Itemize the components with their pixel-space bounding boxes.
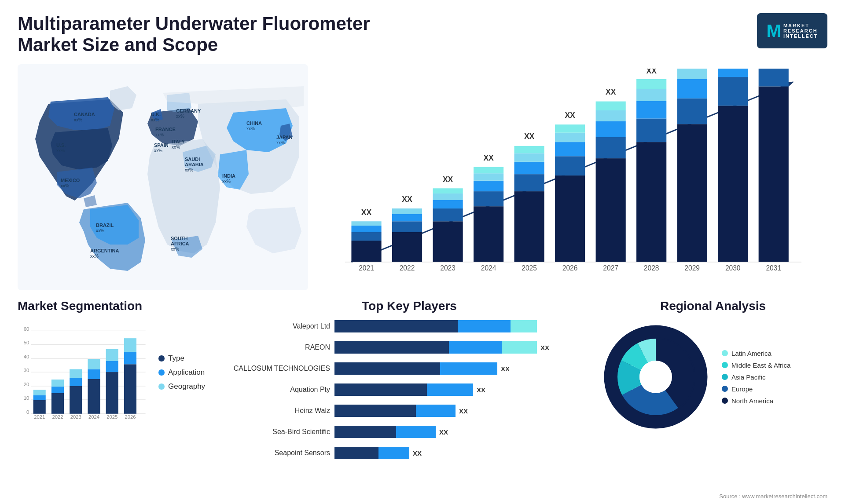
logo-area: M MARKET RESEARCH INTELLECT bbox=[757, 13, 827, 48]
player-raeon: RAEON XX bbox=[233, 341, 585, 354]
regional-section: Regional Analysis bbox=[599, 299, 827, 464]
player-val-aquation: XX bbox=[477, 386, 485, 394]
player-name-valeport: Valeport Ltd bbox=[233, 322, 330, 330]
label-us: U.S. bbox=[56, 142, 66, 148]
svg-rect-46 bbox=[636, 119, 666, 142]
svg-rect-39 bbox=[596, 137, 626, 158]
svg-text:10: 10 bbox=[24, 395, 29, 401]
chart-section: XX 2021 XX 2022 XX 2023 bbox=[317, 64, 827, 290]
player-seapoint: Seapoint Sensors XX bbox=[233, 446, 585, 460]
legend-latin-america: Latin America bbox=[722, 350, 790, 357]
player-bar-seg2 bbox=[458, 320, 511, 332]
legend-europe-label: Europe bbox=[731, 385, 753, 393]
player-val-raeon: XX bbox=[540, 344, 549, 351]
label-argentina: ARGENTINA bbox=[90, 248, 119, 253]
svg-rect-104 bbox=[124, 352, 136, 364]
player-name-aquation: Aquation Pty bbox=[233, 386, 330, 394]
svg-rect-99 bbox=[88, 359, 100, 369]
svg-rect-105 bbox=[124, 338, 136, 352]
legend-geography-label: Geography bbox=[168, 382, 205, 391]
bar-2022-seg1 bbox=[392, 232, 422, 262]
label-mexico: MEXICO bbox=[61, 178, 80, 183]
bar-2021-seg4 bbox=[351, 221, 381, 226]
legend-mea-label: Middle East & Africa bbox=[731, 362, 790, 369]
label-south-africa: SOUTH bbox=[171, 236, 188, 241]
logo: M MARKET RESEARCH INTELLECT bbox=[757, 13, 827, 48]
bar-2021-seg1 bbox=[351, 241, 381, 262]
svg-rect-66 bbox=[759, 86, 789, 262]
svg-rect-67 bbox=[759, 69, 789, 86]
svg-text:XX: XX bbox=[565, 111, 575, 120]
bar-2023-seg1 bbox=[433, 221, 463, 262]
svg-rect-89 bbox=[33, 395, 46, 400]
bar-2022-seg3 bbox=[392, 214, 422, 222]
svg-text:0: 0 bbox=[26, 409, 29, 415]
year-2021: 2021 bbox=[359, 264, 374, 272]
svg-rect-42 bbox=[596, 102, 626, 110]
svg-rect-32 bbox=[555, 156, 585, 175]
svg-text:50: 50 bbox=[24, 340, 29, 345]
svg-rect-90 bbox=[33, 390, 46, 395]
svg-rect-97 bbox=[88, 379, 100, 414]
label-france: FRANCE bbox=[155, 127, 176, 132]
svg-rect-35 bbox=[555, 124, 585, 133]
svg-rect-34 bbox=[555, 133, 585, 142]
svg-text:2022: 2022 bbox=[52, 414, 63, 420]
logo-line3: INTELLECT bbox=[783, 33, 818, 39]
bar-2023-label: XX bbox=[443, 175, 453, 184]
svg-rect-61 bbox=[718, 69, 748, 77]
label-saudi: SAUDI bbox=[185, 157, 200, 162]
svg-text:xx%: xx% bbox=[185, 168, 193, 172]
svg-rect-95 bbox=[70, 378, 82, 386]
svg-rect-48 bbox=[636, 89, 666, 101]
player-heinz: Heinz Walz XX bbox=[233, 404, 585, 417]
svg-text:xx%: xx% bbox=[90, 254, 99, 259]
svg-text:XX: XX bbox=[524, 132, 535, 141]
svg-rect-45 bbox=[636, 142, 666, 262]
svg-rect-101 bbox=[106, 361, 118, 372]
map-section: CANADA xx% U.S. xx% MEXICO xx% BRAZIL xx… bbox=[18, 64, 308, 290]
svg-text:2023: 2023 bbox=[70, 414, 81, 420]
label-japan: JAPAN bbox=[276, 135, 293, 140]
svg-text:2026: 2026 bbox=[125, 414, 136, 420]
legend-type-label: Type bbox=[168, 354, 184, 363]
bar-2022-seg2 bbox=[392, 221, 422, 232]
player-name-heinz: Heinz Walz bbox=[233, 407, 330, 415]
svg-rect-60 bbox=[718, 77, 748, 106]
svg-text:xx%: xx% bbox=[74, 117, 82, 122]
svg-text:xx%: xx% bbox=[61, 183, 69, 188]
players-list: Valeport Ltd RAEON bbox=[233, 320, 585, 464]
svg-rect-55 bbox=[677, 69, 707, 79]
logo-line2: RESEARCH bbox=[783, 28, 818, 33]
asia-pacific-dot-icon bbox=[722, 374, 728, 380]
svg-text:xx%: xx% bbox=[222, 179, 231, 184]
svg-rect-40 bbox=[596, 121, 626, 137]
svg-rect-31 bbox=[555, 175, 585, 262]
svg-rect-38 bbox=[596, 158, 626, 262]
svg-rect-33 bbox=[555, 142, 585, 156]
application-dot-icon bbox=[158, 369, 165, 376]
player-name-seapoint: Seapoint Sensors bbox=[233, 449, 330, 457]
logo-m-icon: M bbox=[767, 22, 782, 40]
svg-text:xx%: xx% bbox=[96, 228, 104, 233]
seg-legend: Type Application Geography bbox=[158, 320, 205, 425]
svg-rect-102 bbox=[106, 349, 118, 361]
bar-2023-seg3 bbox=[433, 200, 463, 208]
bar-2023-seg4 bbox=[433, 194, 463, 200]
svg-rect-53 bbox=[677, 99, 707, 124]
player-bar-seg1 bbox=[334, 320, 458, 332]
legend-asia-pacific-label: Asia Pacific bbox=[731, 373, 766, 381]
svg-rect-25 bbox=[514, 174, 544, 191]
svg-text:2024: 2024 bbox=[481, 264, 496, 272]
label-china: CHINA bbox=[246, 121, 262, 126]
svg-text:xx%: xx% bbox=[176, 114, 184, 119]
player-val-callosum: XX bbox=[501, 365, 510, 373]
svg-rect-24 bbox=[514, 191, 544, 262]
label-india: INDIA bbox=[222, 173, 235, 179]
svg-rect-52 bbox=[677, 124, 707, 262]
regional-legend: Latin America Middle East & Africa Asia … bbox=[722, 350, 790, 405]
source-text: Source : www.marketresearchintellect.com bbox=[719, 493, 827, 500]
europe-dot-icon bbox=[722, 386, 728, 392]
svg-text:2024: 2024 bbox=[88, 414, 99, 420]
player-val-heinz: XX bbox=[459, 407, 468, 415]
